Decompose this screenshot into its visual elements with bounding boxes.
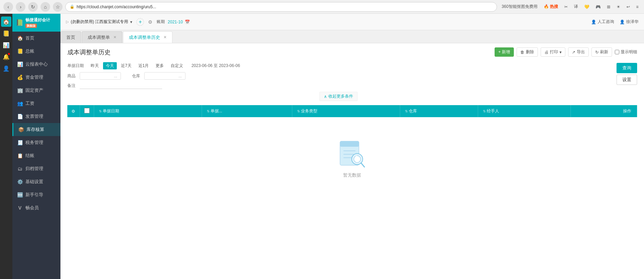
warehouse-dropdown[interactable]: ... — [144, 72, 185, 80]
tab-cost-adjustment-history-label: 成本调整单历史 — [129, 34, 160, 41]
filter-area: 单据日期 昨天 今天 近7天 近1月 更多 自定义 2023-06-06 至 2… — [67, 62, 637, 101]
sidebar-item-funds[interactable]: 💰 资金管理 — [12, 71, 60, 84]
icon-bar-notify[interactable]: 🔔 — [1, 52, 11, 62]
th-biztype-sort-icon: ⇅ — [297, 109, 300, 113]
back-button[interactable]: ‹ — [3, 2, 13, 12]
archive-menu-icon: 🗂 — [17, 166, 23, 171]
shortcut-7days[interactable]: 近7天 — [118, 62, 134, 69]
sidebar-item-inventory[interactable]: 📦 库存核算 — [12, 123, 60, 136]
browser-bar: ‹ › ↻ ⌂ ☆ 🔒 https://cloud.chanjet.com/ac… — [0, 0, 644, 14]
inventory-menu-icon: 📦 — [18, 127, 24, 132]
export-label: 导出 — [577, 49, 585, 55]
game-tool[interactable]: 🎮 — [594, 4, 603, 10]
sidebar-item-home[interactable]: 🏠 首页 — [12, 32, 60, 45]
tab-cost-adjustment-history[interactable]: 成本调整单历史 ✕ — [123, 31, 172, 43]
display-cols-label: 显示明细 — [621, 49, 637, 55]
top-bar-left: ▷ (勿删勿禁用) 江西服宝测试专用 ▾ + ⚙ 账期 2021-10 📅 — [66, 18, 190, 26]
tab-cost-adjustment-close[interactable]: ✕ — [113, 35, 116, 40]
user-profile-btn[interactable]: 👤 徐泽华 — [620, 19, 639, 25]
select-all-checkbox[interactable] — [84, 108, 90, 113]
goods-dropdown[interactable]: ... — [80, 72, 121, 80]
sidebar-item-reports[interactable]: 📊 云报表中心 — [12, 58, 60, 71]
icon-bar-home[interactable]: 🏠 — [1, 16, 11, 27]
home-button[interactable]: ⌂ — [41, 2, 50, 12]
remark-input[interactable] — [80, 82, 162, 89]
sidebar-item-ledger[interactable]: 📒 总账 — [12, 45, 60, 58]
export-button[interactable]: ↗ 导出 — [568, 47, 589, 57]
tab-cost-adjustment[interactable]: 成本调整单 ✕ — [82, 31, 122, 43]
shortcut-today[interactable]: 今天 — [103, 62, 117, 69]
wallet-tool[interactable]: 💛 — [582, 4, 591, 10]
table-container: ⚙ ⇅ 单据日期 ⇅ 单据... — [67, 105, 637, 279]
browser-tools: 360智能抠图免费用 🔥 热搜 ✂ 译 💛 🎮 ⊞ ☀ ↩ ≡ — [500, 3, 641, 10]
translate-tool[interactable]: 译 — [572, 3, 580, 10]
icon-bar-ledger[interactable]: 📒 — [1, 28, 11, 38]
top-bar-right: 👤 人工咨询 👤 徐泽华 — [591, 19, 639, 25]
star-button[interactable]: ☆ — [53, 2, 63, 12]
shortcut-custom[interactable]: 自定义 — [168, 62, 186, 69]
search-tool[interactable]: 360智能抠图免费用 — [500, 3, 540, 10]
th-biztype[interactable]: ⇅ 业务类型 — [292, 105, 400, 117]
company-settings-icon[interactable]: ⚙ — [148, 19, 152, 25]
url-bar[interactable]: 🔒 https://cloud.chanjet.com/accounting/u… — [65, 2, 497, 12]
sidebar-item-archive[interactable]: 🗂 归档管理 — [12, 162, 60, 175]
sidebar-item-settings-label: 基础设置 — [25, 179, 43, 185]
th-actions: 操作 — [571, 105, 637, 117]
period-info: 账期 2021-10 📅 — [157, 19, 190, 25]
brightness-tool[interactable]: ☀ — [614, 4, 622, 10]
th-voucher[interactable]: ⇅ 单据... — [202, 105, 292, 117]
query-button[interactable]: 查询 — [617, 63, 637, 73]
add-company-button[interactable]: + — [136, 18, 144, 26]
display-cols-checkbox[interactable]: 显示明细 — [615, 49, 637, 55]
sidebar-item-settings[interactable]: ⚙️ 基础设置 — [12, 175, 60, 188]
calendar-icon[interactable]: 📅 — [185, 20, 190, 24]
th-date-sort-icon: ⇅ — [99, 109, 102, 113]
hot-search[interactable]: 🔥 热搜 — [542, 3, 560, 10]
collapse-button[interactable]: ∧ 收起更多条件 — [319, 92, 358, 101]
sidebar-item-tax[interactable]: 🧾 税务管理 — [12, 136, 60, 149]
refresh-button[interactable]: ↻ 刷新 — [591, 47, 612, 57]
icon-bar-user[interactable]: 👤 — [1, 63, 11, 74]
sidebar-item-closing[interactable]: 📋 结账 — [12, 149, 60, 162]
tax-menu-icon: 🧾 — [17, 140, 23, 145]
scissors-tool[interactable]: ✂ — [562, 4, 570, 10]
svg-line-7 — [361, 163, 364, 167]
tab-home[interactable]: 首页 — [60, 31, 81, 43]
sidebar-item-fixed-assets[interactable]: 🏢 固定资产 — [12, 84, 60, 97]
grid-tool[interactable]: ⊞ — [605, 4, 612, 10]
icon-bar-chart[interactable]: 📊 — [1, 40, 11, 50]
th-date[interactable]: ⇅ 单据日期 — [94, 105, 202, 117]
tab-cost-adjustment-history-close[interactable]: ✕ — [163, 35, 167, 40]
display-cols-input[interactable] — [615, 50, 619, 54]
sidebar-item-membership[interactable]: V 畅会员 — [12, 201, 60, 214]
sidebar-item-payroll[interactable]: 👥 工资 — [12, 97, 60, 110]
shortcut-yesterday[interactable]: 昨天 — [88, 62, 102, 69]
print-button[interactable]: 🖨 打印 ▾ — [541, 47, 565, 57]
menu-tool[interactable]: ≡ — [634, 4, 641, 10]
forward-button[interactable]: › — [16, 2, 25, 12]
th-warehouse[interactable]: ⇅ 仓库 — [400, 105, 478, 117]
company-selector[interactable]: ▷ (勿删勿禁用) 江西服宝测试专用 ▾ — [66, 19, 132, 25]
logo-icon: 📗 — [16, 19, 23, 26]
settings-button[interactable]: 设置 — [617, 75, 637, 85]
icon-bar: 🏠 📒 📊 🔔 👤 — [0, 14, 12, 279]
refresh-button[interactable]: ↻ — [28, 2, 38, 12]
th-handler[interactable]: ⇅ 经手人 — [478, 105, 570, 117]
th-checkbox[interactable] — [80, 105, 94, 117]
sidebar-menu: 🏠 首页 📒 总账 📊 云报表中心 💰 资金管理 🏢 固定资产 👥 工资 — [12, 32, 60, 279]
delete-button[interactable]: 🗑 删除 — [517, 47, 538, 57]
shortcut-1month[interactable]: 近1月 — [136, 62, 152, 69]
empty-state: 暂无数据 — [67, 117, 637, 199]
goods-more: ... — [114, 74, 117, 78]
table-gear-icon[interactable]: ⚙ — [71, 109, 75, 114]
customer-service-btn[interactable]: 👤 人工咨询 — [591, 19, 614, 25]
export-icon: ↗ — [572, 50, 575, 55]
filter-row-date: 单据日期 昨天 今天 近7天 近1月 更多 自定义 2023-06-06 至 2… — [67, 62, 610, 69]
undo-tool[interactable]: ↩ — [624, 4, 632, 10]
sidebar-item-home-label: 首页 — [25, 35, 34, 41]
new-button[interactable]: + 新增 — [495, 47, 514, 57]
sidebar-item-invoice[interactable]: 📄 发票管理 — [12, 110, 60, 123]
shortcut-more[interactable]: 更多 — [153, 62, 167, 69]
sidebar-item-guide[interactable]: 🆕 新手引导 — [12, 188, 60, 201]
th-settings[interactable]: ⚙ — [67, 105, 80, 117]
